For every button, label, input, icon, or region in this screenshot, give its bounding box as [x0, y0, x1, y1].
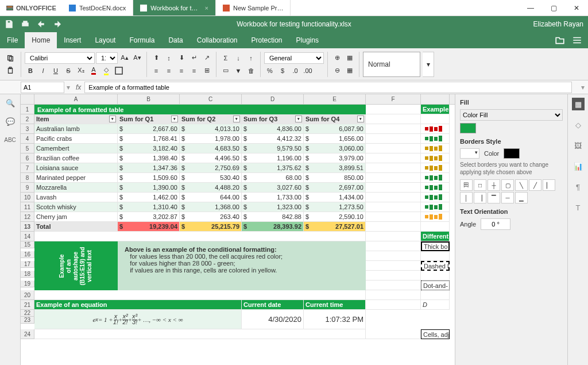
cell[interactable]: Australian lamb [34, 124, 118, 134]
border-horiz-button[interactable]: ─ [501, 192, 514, 203]
cell[interactable]: $1,434.00 [304, 193, 366, 202]
menu-home[interactable]: Home [25, 32, 57, 48]
cell[interactable] [366, 290, 421, 300]
close-icon[interactable]: × [205, 5, 208, 11]
cell[interactable] [366, 271, 421, 281]
row-header[interactable]: 23 [21, 317, 34, 324]
sparkline-cell[interactable] [421, 144, 450, 153]
chart-settings-icon[interactable]: 📊 [572, 160, 585, 172]
cell[interactable] [366, 251, 421, 261]
cell[interactable] [366, 193, 421, 202]
border-all-button[interactable]: 田 [460, 179, 473, 191]
row-header[interactable]: 20 [21, 290, 34, 300]
cell[interactable]: $1,375.62 [242, 163, 304, 173]
cell[interactable] [366, 144, 421, 153]
cell[interactable]: $1,273.50 [304, 202, 366, 212]
cell[interactable]: Dot-and- [421, 281, 450, 290]
cell[interactable]: $2,590.10 [304, 212, 366, 222]
row-header[interactable]: 11 [21, 202, 34, 212]
cell[interactable]: $9,579.50 [242, 144, 304, 153]
col-header[interactable]: B [118, 94, 180, 104]
borders-button[interactable] [113, 65, 125, 76]
menu-insert[interactable]: Insert [57, 32, 88, 48]
doc-tab[interactable]: TestDocEN.docx [62, 0, 133, 16]
font-size-select[interactable]: 11 [96, 52, 118, 64]
sparkline-cell[interactable] [421, 202, 450, 212]
border-right-button[interactable]: ▕ [474, 192, 486, 203]
row-header[interactable]: 17 [21, 261, 34, 268]
cell[interactable]: $850.00 [304, 173, 366, 183]
cell[interactable]: $2,750.69 [180, 163, 242, 173]
border-top-button[interactable]: ▔ [488, 192, 500, 203]
cell[interactable]: Current time [304, 300, 366, 310]
cell[interactable] [366, 329, 421, 339]
row-header[interactable]: 6 [21, 153, 34, 163]
align-justify-button[interactable]: ≡ [188, 65, 200, 76]
cell[interactable]: $1,347.36 [118, 163, 180, 173]
row-header[interactable]: 1 [21, 105, 34, 114]
cell[interactable]: Scotch whisky [34, 202, 118, 212]
sparkline-cell[interactable] [421, 173, 450, 183]
fill-color-swatch[interactable] [460, 123, 476, 133]
spreadsheet-grid[interactable]: A B C D E F 1Example of a formatted tabl… [21, 94, 455, 365]
border-none-button[interactable]: □ [474, 179, 486, 191]
cell[interactable]: $3,182.40 [118, 144, 180, 153]
cell[interactable] [366, 222, 421, 232]
sparkline-cell[interactable] [421, 134, 450, 144]
sort-asc-button[interactable]: ↓ [233, 52, 244, 64]
col-header[interactable]: E [304, 94, 366, 104]
spellcheck-icon[interactable]: ABC [5, 135, 16, 145]
menu-icon[interactable] [572, 35, 582, 45]
equation-cell[interactable]: ex = 1 + x1! + x²2! + x³3! + …, −∞ < x <… [34, 310, 242, 329]
cell[interactable] [366, 300, 421, 310]
font-name-select[interactable]: Calibri [25, 52, 95, 64]
cell[interactable] [366, 183, 421, 193]
cell[interactable] [366, 114, 421, 124]
cell[interactable]: Camembert [34, 144, 118, 153]
menu-plugins[interactable]: Plugins [289, 32, 326, 48]
decrease-decimal-button[interactable]: .0 [289, 65, 301, 76]
cell[interactable] [366, 202, 421, 212]
row-header[interactable]: 3 [21, 124, 34, 134]
row-header[interactable]: 14 [21, 232, 34, 241]
cell[interactable] [34, 290, 366, 300]
doc-tab-active[interactable]: Workbook for t… × [133, 0, 216, 16]
cell[interactable]: $1,733.00 [242, 193, 304, 202]
cell[interactable]: Current date [242, 300, 304, 310]
cell[interactable]: $28,393.92 [242, 222, 304, 232]
border-outer-button[interactable]: ▢ [501, 179, 514, 191]
row-header[interactable]: 16 [21, 251, 34, 258]
sparkline-cell[interactable] [421, 124, 450, 134]
cell[interactable]: $6,087.90 [304, 124, 366, 134]
cell[interactable] [421, 222, 450, 232]
number-format-select[interactable]: General [264, 52, 324, 64]
cell[interactable] [421, 114, 450, 124]
filter-icon[interactable]: ▾ [171, 116, 178, 122]
table-header-cell[interactable]: Sum for Q1▾ [118, 114, 180, 124]
insert-cells-button[interactable]: ⊕ [331, 52, 343, 64]
align-middle-button[interactable]: ↕ [163, 52, 175, 64]
filter-icon[interactable]: ▾ [357, 116, 364, 122]
save-icon[interactable] [5, 20, 14, 29]
doc-tab[interactable]: New Sample Pr… [216, 0, 291, 16]
orientation-button[interactable]: ↗ [201, 52, 212, 64]
border-vert-button[interactable]: │ [460, 192, 473, 203]
shape-settings-icon[interactable]: ◇ [572, 118, 585, 131]
cell[interactable] [366, 261, 421, 271]
col-header[interactable]: A [34, 94, 118, 104]
cell[interactable] [34, 329, 366, 339]
cell[interactable] [366, 232, 421, 241]
table-header-cell[interactable]: Sum for Q4▾ [304, 114, 366, 124]
table-title-cell[interactable]: Example of a formatted table [34, 105, 366, 114]
table-header-cell[interactable]: Sum for Q3▾ [242, 114, 304, 124]
cell[interactable]: $1,310.40 [118, 202, 180, 212]
cell[interactable]: $3,979.00 [304, 153, 366, 163]
col-header[interactable]: F [366, 94, 421, 104]
conditional-format-button[interactable]: ▦ [344, 52, 355, 64]
user-name[interactable]: Elizabeth Rayan [533, 20, 583, 28]
cell[interactable]: Dashed b [421, 261, 450, 271]
cell[interactable]: $3,027.60 [242, 183, 304, 193]
cell[interactable]: $68.00 [242, 173, 304, 183]
currency-button[interactable]: $ [277, 65, 288, 76]
sparkline-cell[interactable] [421, 183, 450, 193]
